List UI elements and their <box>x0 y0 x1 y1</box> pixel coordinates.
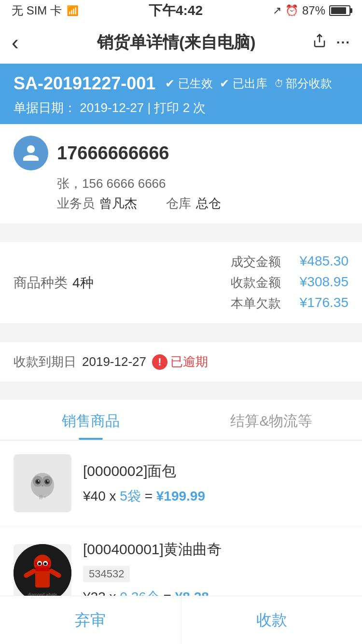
status-left: 无 SIM 卡 📶 <box>12 3 79 18</box>
customer-section: 17666666666 张，156 6666 6666 业务员 曾凡杰 仓库 总… <box>0 124 362 224</box>
summary-section: 商品种类 4种 成交金额 ¥485.30 收款金额 ¥308.95 本单欠款 ¥… <box>0 241 362 324</box>
tag-shipped: ✔ 已出库 <box>220 76 267 91</box>
overdue-label: 已逾期 <box>170 353 208 370</box>
due-label: 收款到期日 <box>14 353 76 370</box>
battery-icon <box>329 5 350 16</box>
header-banner: SA-20191227-001 ✔ 已生效 ✔ 已出库 ⏱ 部分收款 单据日期：… <box>0 64 362 124</box>
customer-contact: 张，156 6666 6666 <box>57 175 348 192</box>
product-qty: 5袋 <box>120 489 141 504</box>
status-time: 下午4:42 <box>149 1 203 20</box>
nav-bar: ‹ 销货单详情(来自电脑) ··· <box>0 21 362 64</box>
tab-sales-products[interactable]: 销售商品 <box>0 400 181 440</box>
tab-bar: 销售商品 结算&物流等 <box>0 400 362 441</box>
more-button[interactable]: ··· <box>336 35 350 50</box>
svg-point-19 <box>44 562 47 565</box>
deal-amount-label: 成交金额 <box>231 253 281 270</box>
product-circle-thumb: diamond whale <box>14 544 71 602</box>
carrier-text: 无 SIM 卡 <box>12 3 62 18</box>
product-info: [0000002]面包 ¥40 x 5袋 = ¥199.99 <box>83 462 348 505</box>
alarm-icon: ⏰ <box>285 4 298 17</box>
product-name: [000400001]黄油曲奇 <box>83 540 348 560</box>
product-unit-price: ¥40 <box>83 489 106 504</box>
product-types-label: 商品种类 <box>14 274 68 292</box>
svg-rect-20 <box>36 566 49 571</box>
svg-point-9 <box>47 480 48 481</box>
cancel-review-button[interactable]: 弃审 <box>0 596 181 644</box>
share-button[interactable] <box>312 33 327 51</box>
collect-payment-button[interactable]: 收款 <box>181 596 362 644</box>
product-sku: 534532 <box>83 566 130 582</box>
wifi-icon: 📶 <box>67 5 79 16</box>
product-thumbnail: diamond whale <box>14 544 71 602</box>
staff-label: 业务员 <box>57 195 95 212</box>
svg-point-18 <box>38 562 41 565</box>
location-icon: ↗ <box>273 4 281 17</box>
collected-label: 收款金额 <box>231 274 281 291</box>
collected-value: ¥308.95 <box>291 274 348 291</box>
nav-actions: ··· <box>312 33 350 51</box>
order-date-info: 单据日期： 2019-12-27 | 打印 2 次 <box>14 99 348 116</box>
tab-settlement[interactable]: 结算&物流等 <box>181 400 362 440</box>
deal-amount-value: ¥485.30 <box>291 253 348 270</box>
staff-name: 曾凡杰 <box>99 195 137 212</box>
customer-meta: 业务员 曾凡杰 仓库 总仓 <box>57 195 348 212</box>
tag-partial-payment: ⏱ 部分收款 <box>274 76 332 91</box>
table-row: 兽+ [0000002]面包 ¥40 x 5袋 = ¥199.99 <box>0 441 362 526</box>
svg-rect-15 <box>35 561 50 565</box>
customer-avatar <box>14 136 48 170</box>
debt-value: ¥176.35 <box>291 295 348 312</box>
tag-effective: ✔ 已生效 <box>165 76 213 91</box>
page-title: 销货单详情(来自电脑) <box>41 31 312 54</box>
order-tags: ✔ 已生效 ✔ 已出库 ⏱ 部分收款 <box>165 76 332 91</box>
overdue-badge: ! 已逾期 <box>152 353 208 370</box>
summary-amounts: 成交金额 ¥485.30 收款金额 ¥308.95 本单欠款 ¥176.35 <box>231 253 348 312</box>
svg-text:兽+: 兽+ <box>39 494 46 500</box>
product-list: 兽+ [0000002]面包 ¥40 x 5袋 = ¥199.99 <box>0 441 362 620</box>
product-thumbnail: 兽+ <box>14 454 71 512</box>
debt-label: 本单欠款 <box>231 295 281 312</box>
overdue-icon: ! <box>152 354 167 370</box>
svg-point-8 <box>38 480 39 481</box>
svg-rect-14 <box>35 571 50 588</box>
warehouse-label: 仓库 <box>166 195 191 212</box>
status-bar: 无 SIM 卡 📶 下午4:42 ↗ ⏰ 87% <box>0 0 362 21</box>
product-price: ¥40 x 5袋 = ¥199.99 <box>83 487 348 505</box>
back-button[interactable]: ‹ <box>12 30 41 55</box>
due-section: 收款到期日 2019-12-27 ! 已逾期 <box>0 341 362 382</box>
due-date: 2019-12-27 <box>82 354 146 369</box>
product-total: ¥199.99 <box>156 489 205 504</box>
status-right: ↗ ⏰ 87% <box>273 4 350 17</box>
bottom-bar: 弃审 收款 <box>0 596 362 644</box>
order-number: SA-20191227-001 <box>14 73 155 94</box>
product-types-value: 4种 <box>72 274 94 292</box>
product-name: [0000002]面包 <box>83 462 348 481</box>
warehouse-name: 总仓 <box>196 195 221 212</box>
customer-name: 17666666666 <box>57 143 169 164</box>
battery-percent: 87% <box>302 4 325 17</box>
